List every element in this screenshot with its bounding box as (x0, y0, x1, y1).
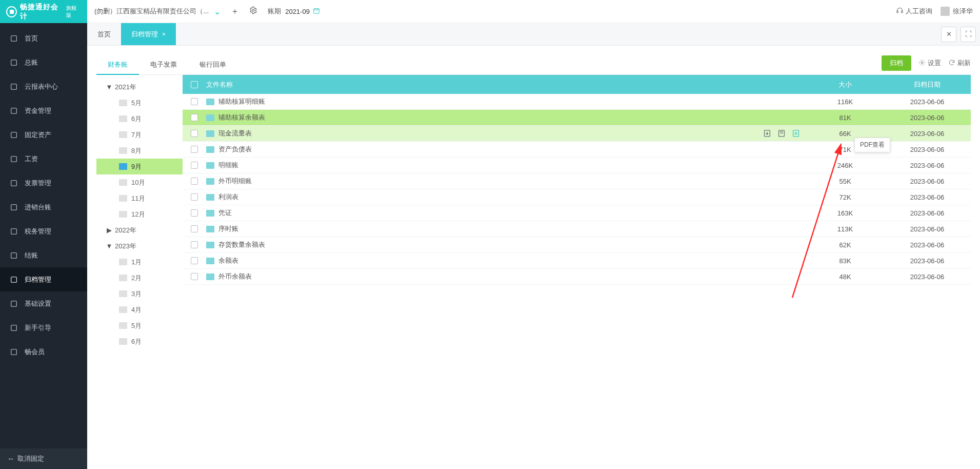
export-excel-icon[interactable] (763, 129, 772, 138)
sidebar-item-payroll[interactable]: 工资 (0, 147, 87, 171)
sidebar-item-tax[interactable]: 税务管理 (0, 219, 87, 243)
tree-month[interactable]: 3月 (96, 286, 183, 302)
tabstrip-fullscreen-button[interactable]: ⛶ (961, 27, 976, 42)
sidebar-item-funds[interactable]: 资金管理 (0, 99, 87, 123)
row-checkbox[interactable] (191, 146, 198, 153)
sidebar-item-label: 资金管理 (25, 106, 51, 115)
tree-month-label: 3月 (131, 289, 142, 299)
tree-month[interactable]: 12月 (96, 206, 183, 222)
table-row[interactable]: 辅助核算余额表81K2023-06-06 (183, 110, 971, 126)
sidebar-item-label: 固定资产 (25, 130, 51, 140)
table-row[interactable]: 序时账113K2023-06-06 (183, 221, 971, 237)
row-checkbox[interactable] (191, 193, 198, 201)
select-all-checkbox[interactable] (191, 81, 198, 88)
content: 财务账电子发票银行回单 归档 设置 刷新 ▼2021年5月6月7月8月9月10月… (87, 46, 980, 469)
subtab[interactable]: 财务账 (96, 55, 139, 74)
tab[interactable]: 首页 (87, 23, 121, 45)
table-row[interactable]: 资产负债表71K2023-06-06 (183, 142, 971, 158)
table-row[interactable]: 明细账246K2023-06-06 (183, 158, 971, 173)
sidebar-item-archive[interactable]: 归档管理 (0, 267, 87, 291)
tree-month[interactable]: 9月 (96, 159, 183, 174)
sidebar-item-chart[interactable]: 云报表中心 (0, 74, 87, 99)
company-chevron-icon[interactable]: ⌄ (214, 7, 221, 16)
export-pdf-icon[interactable] (777, 129, 786, 138)
tree-month[interactable]: 6月 (96, 111, 183, 127)
tree-month[interactable]: 11月 (96, 190, 183, 206)
sidebar-item-inventory[interactable]: 进销台账 (0, 195, 87, 219)
tree-month[interactable]: 1月 (96, 254, 183, 270)
archive-date: 2023-06-06 (884, 146, 971, 153)
table-row[interactable]: 现金流量表66K2023-06-06 (183, 126, 971, 142)
payroll-icon (9, 154, 18, 164)
tree-month[interactable]: 10月 (96, 174, 183, 190)
pdf-view-icon[interactable] (791, 129, 801, 138)
table-row[interactable]: 存货数量余额表62K2023-06-06 (183, 237, 971, 253)
tab[interactable]: 归档管理× (121, 23, 176, 45)
consult-link[interactable]: 人工咨询 (896, 7, 932, 16)
settings-link[interactable]: 设置 (918, 58, 941, 68)
row-checkbox[interactable] (191, 98, 198, 105)
tab-close-icon[interactable]: × (162, 31, 166, 38)
table-row[interactable]: 外币明细账55K2023-06-06 (183, 173, 971, 189)
subtab[interactable]: 银行回单 (188, 55, 237, 74)
tabstrip-close-button[interactable]: ✕ (941, 27, 956, 42)
tree-month[interactable]: 8月 (96, 143, 183, 159)
subtabs: 财务账电子发票银行回单 归档 设置 刷新 (96, 55, 971, 75)
table-row[interactable]: 辅助核算明细账116K2023-06-06 (183, 94, 971, 110)
chevron-down-icon: ▼ (106, 83, 113, 91)
sidebar-item-assets[interactable]: 固定资产 (0, 123, 87, 147)
row-checkbox[interactable] (191, 225, 198, 232)
period-value[interactable]: 2021-09 (285, 8, 310, 15)
topbar: (勿删）江西服宝精品有限责任公司（... ⌄ ＋ 账期 2021-09 人工咨询… (87, 0, 980, 23)
sidebar-item-member[interactable]: 畅会员 (0, 340, 87, 364)
folder-icon (119, 306, 127, 313)
table-row[interactable]: 外币余额表48K2023-06-06 (183, 269, 971, 285)
svg-rect-15 (314, 8, 319, 13)
company-settings-icon[interactable] (249, 6, 257, 16)
row-checkbox[interactable] (191, 114, 198, 121)
svg-point-22 (795, 132, 796, 134)
tree-month[interactable]: 5月 (96, 95, 183, 111)
folder-icon (206, 130, 214, 137)
archive-button[interactable]: 归档 (882, 55, 911, 71)
folder-icon (206, 273, 214, 280)
sidebar-item-home[interactable]: 首页 (0, 26, 87, 50)
tree-month[interactable]: 5月 (96, 318, 183, 334)
svg-rect-5 (11, 156, 17, 162)
row-checkbox[interactable] (191, 241, 198, 248)
archive-date: 2023-06-06 (884, 178, 971, 185)
assets-icon (9, 130, 18, 140)
company-selector[interactable]: (勿删）江西服宝精品有限责任公司（... (94, 7, 209, 16)
sidebar-unpin[interactable]: ↔ 取消固定 (0, 448, 87, 469)
subtab[interactable]: 电子发票 (139, 55, 188, 74)
tree-month[interactable]: 7月 (96, 127, 183, 143)
tree-year[interactable]: ▶2022年 (96, 222, 183, 238)
sidebar-item-close-period[interactable]: 结账 (0, 243, 87, 267)
tree-month[interactable]: 4月 (96, 302, 183, 318)
sidebar-item-settings[interactable]: 基础设置 (0, 291, 87, 316)
tree-month-label: 10月 (131, 178, 145, 187)
file-name: 辅助核算余额表 (218, 113, 265, 122)
calendar-icon[interactable] (313, 7, 320, 16)
row-checkbox[interactable] (191, 178, 198, 185)
table-row[interactable]: 利润表72K2023-06-06 (183, 189, 971, 205)
row-checkbox[interactable] (191, 130, 198, 137)
sidebar-item-invoice[interactable]: 发票管理 (0, 171, 87, 195)
table-row[interactable]: 余额表83K2023-06-06 (183, 253, 971, 269)
sidebar-item-ledger[interactable]: 总账 (0, 50, 87, 74)
row-checkbox[interactable] (191, 257, 198, 264)
tree-year[interactable]: ▼2021年 (96, 79, 183, 95)
row-checkbox[interactable] (191, 209, 198, 217)
refresh-link[interactable]: 刷新 (948, 58, 971, 68)
sidebar-item-guide[interactable]: 新手引导 (0, 316, 87, 340)
add-company-icon[interactable]: ＋ (231, 6, 239, 17)
tree-month[interactable]: 6月 (96, 334, 183, 349)
user-menu[interactable]: 徐泽华 (941, 7, 973, 16)
table-row[interactable]: 凭证163K2023-06-06 (183, 205, 971, 221)
svg-rect-4 (11, 132, 17, 138)
settings-label: 设置 (928, 58, 941, 68)
row-checkbox[interactable] (191, 162, 198, 169)
row-checkbox[interactable] (191, 273, 198, 280)
tree-month[interactable]: 2月 (96, 270, 183, 286)
tree-year[interactable]: ▼2023年 (96, 238, 183, 254)
